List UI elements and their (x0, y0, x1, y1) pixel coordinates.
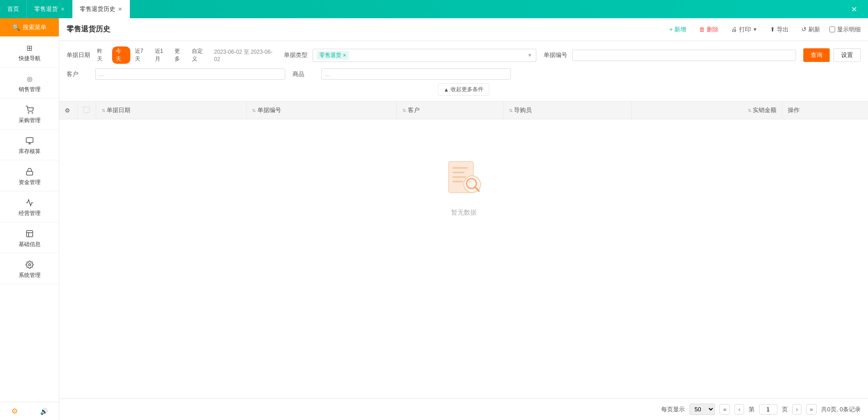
svg-point-9 (28, 264, 31, 266)
settings-col-icon: ⚙ (65, 107, 70, 114)
sidebar-item-basic-info[interactable]: 基础信息 (0, 222, 59, 253)
empty-state-text: 暂无数据 (451, 209, 477, 217)
sales-mgmt-icon: ◎ (25, 74, 35, 84)
tab-retail-return-history-close[interactable]: ✕ (118, 6, 122, 12)
sidebar-item-system-mgmt[interactable]: 系统管理 (0, 253, 59, 284)
customer-input[interactable]: ... (95, 68, 285, 80)
total-records-label: 共0页, 0条记录 (821, 405, 861, 414)
sidebar-item-inventory[interactable]: 库存核算 (0, 129, 59, 160)
tab-retail-return-history[interactable]: 零售退货历史 ✕ (72, 0, 130, 18)
goods-label: 商品 (293, 70, 318, 78)
collapse-up-icon: ▲ (444, 87, 449, 93)
prev-page-button[interactable]: ‹ (734, 404, 744, 415)
date-option-more[interactable]: 更多 (173, 46, 187, 64)
window-close-button[interactable]: ✕ (847, 5, 861, 14)
delete-button[interactable]: 🗑 删除 (695, 24, 722, 36)
sidebar-search-label: 搜索菜单 (23, 23, 46, 31)
date-range-display: 2023-06-02 至 2023-06-02 (214, 48, 277, 62)
print-button[interactable]: 🖨 打印 ▼ (728, 24, 761, 36)
sidebar-item-quick-nav-label: 快捷导航 (19, 55, 41, 62)
display-switch-checkbox[interactable] (829, 26, 835, 32)
date-option-yesterday[interactable]: 昨天 (95, 46, 109, 64)
filter-date-item: 单据日期 昨天 今天 近7天 近1月 更多 自定义 2023-06-02 至 2… (67, 46, 277, 64)
svg-rect-2 (26, 138, 33, 143)
voucher-type-value: 零售退货 (319, 51, 341, 59)
add-button[interactable]: + 新增 (666, 24, 690, 36)
select-all-checkbox[interactable] (83, 107, 90, 113)
tab-home-label: 首页 (7, 5, 19, 13)
query-button[interactable]: 查询 (803, 48, 830, 62)
top-bar: 首页 零售退货 ✕ 零售退货历史 ✕ ✕ (0, 0, 868, 18)
delete-icon: 🗑 (699, 26, 705, 33)
sidebar-item-finance[interactable]: 资金管理 (0, 160, 59, 191)
export-button[interactable]: ⬆ 导出 (766, 24, 792, 36)
svg-point-1 (32, 113, 33, 113)
sidebar-item-operations-label: 经营管理 (19, 210, 41, 217)
th-voucher-no: ⇅ 单据编号 (246, 102, 396, 119)
first-page-button[interactable]: « (719, 404, 730, 415)
refresh-button[interactable]: ↺ 刷新 (798, 24, 824, 36)
filter-voucher-type-item: 单据类型 零售退货 ✕ ▼ (284, 49, 536, 62)
sidebar-search[interactable]: 🔍 搜索菜单 (0, 18, 59, 36)
goods-input[interactable]: ... (321, 68, 511, 80)
date-option-7days[interactable]: 近7天 (133, 46, 150, 64)
date-option-today[interactable]: 今天 (112, 46, 130, 64)
filter-area: 单据日期 昨天 今天 近7天 近1月 更多 自定义 2023-06-02 至 2… (59, 41, 868, 102)
voucher-type-clear[interactable]: ✕ (343, 53, 346, 58)
settings-bottom-btn[interactable]: ⚙ (11, 407, 18, 415)
sidebar-item-operations[interactable]: 经营管理 (0, 191, 59, 222)
sidebar-item-quick-nav[interactable]: ⊞ 快捷导航 (0, 36, 59, 67)
th-operation-label: 操作 (788, 107, 800, 113)
operations-icon (25, 198, 35, 208)
empty-state-row: 暂无数据 (59, 119, 868, 254)
page-header: 零售退货历史 + 新增 🗑 删除 🖨 打印 ▼ ⬆ 导出 (59, 18, 868, 41)
sort-amount-icon[interactable]: ⇅ (748, 108, 751, 113)
volume-bottom-btn[interactable]: 🔊 (40, 408, 48, 415)
tab-home[interactable]: 首页 (0, 0, 27, 18)
tab-retail-return-close[interactable]: ✕ (61, 6, 65, 12)
svg-rect-14 (452, 181, 463, 182)
page-size-label: 每页显示 (661, 405, 685, 414)
collapse-button[interactable]: ▲ 收起更多条件 (438, 83, 490, 96)
th-actual-amount: ⇅ 实销金额 (632, 102, 782, 119)
table-head: ⚙ ⇅ 单据日期 ⇅ 单据编号 (59, 102, 868, 119)
svg-rect-6 (26, 230, 33, 237)
tab-retail-return[interactable]: 零售退货 ✕ (27, 0, 72, 18)
th-checkbox[interactable] (77, 102, 96, 119)
next-page-button[interactable]: › (792, 404, 801, 415)
th-voucher-no-label: 单据编号 (257, 107, 281, 113)
th-settings[interactable]: ⚙ (59, 102, 77, 119)
voucher-type-select[interactable]: 零售退货 ✕ ▼ (313, 49, 536, 62)
sidebar-item-sales-mgmt[interactable]: ◎ 销售管理 (0, 67, 59, 98)
empty-state: 暂无数据 (59, 119, 868, 253)
collapse-area: ▲ 收起更多条件 (67, 82, 861, 96)
sort-guide-icon[interactable]: ⇅ (509, 108, 513, 113)
display-switch[interactable]: 显示明细 (829, 26, 861, 34)
pagination-bar: 每页显示 50 20 100 « ‹ 第 页 › » 共0页, 0条记录 (59, 398, 868, 420)
print-label: 打印 (739, 26, 751, 34)
content-area: 零售退货历史 + 新增 🗑 删除 🖨 打印 ▼ ⬆ 导出 (59, 18, 868, 420)
th-operation: 操作 (782, 102, 868, 119)
empty-state-cell: 暂无数据 (59, 119, 868, 254)
svg-point-0 (28, 113, 29, 113)
sort-voucher-no-icon[interactable]: ⇅ (252, 108, 256, 113)
date-option-1month[interactable]: 近1月 (153, 46, 170, 64)
last-page-button[interactable]: » (806, 404, 817, 415)
empty-state-icon (441, 156, 487, 201)
inventory-icon (25, 136, 35, 146)
settings-button[interactable]: 设置 (833, 48, 861, 62)
sort-customer-icon[interactable]: ⇅ (402, 108, 406, 113)
voucher-no-input[interactable] (572, 50, 796, 61)
page-number-input[interactable] (759, 404, 777, 415)
sidebar-item-purchase-mgmt[interactable]: 采购管理 (0, 98, 59, 129)
voucher-type-tag: 零售退货 ✕ (317, 51, 349, 60)
filter-goods-item: 商品 ... (293, 68, 511, 80)
svg-rect-12 (452, 172, 465, 173)
filter-customer-item: 客户 ... (67, 68, 285, 80)
svg-rect-5 (26, 171, 33, 175)
date-option-custom[interactable]: 自定义 (190, 46, 210, 64)
delete-label: 删除 (707, 26, 719, 34)
voucher-type-tag-wrap: 零售退货 ✕ (317, 51, 349, 60)
sort-date-icon[interactable]: ⇅ (102, 108, 105, 113)
page-size-select[interactable]: 50 20 100 (689, 404, 715, 415)
